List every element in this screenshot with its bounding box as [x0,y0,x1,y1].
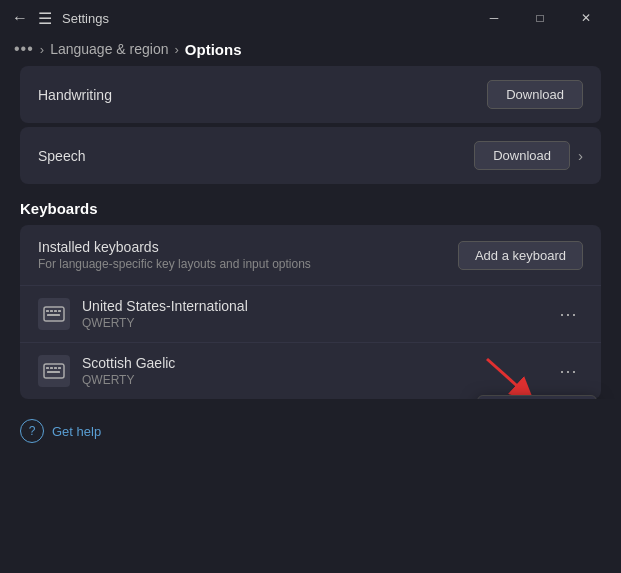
svg-rect-9 [54,367,57,369]
nav-current-options: Options [185,41,242,58]
installed-keyboards-row: Installed keyboards For language-specifi… [20,225,601,286]
svg-rect-10 [58,367,61,369]
svg-rect-1 [46,310,49,312]
keyboard-info-us-intl: United States-International QWERTY [82,298,248,330]
handwriting-download-button[interactable]: Download [487,80,583,109]
keyboard-name-scottish-gaelic: Scottish Gaelic [82,355,175,371]
speech-row: Speech Download › [20,127,601,184]
minimize-button[interactable]: ─ [471,3,517,33]
keyboard-sub-us-intl: QWERTY [82,316,248,330]
handwriting-row: Handwriting Download [20,66,601,123]
keyboard-more-button-us-intl[interactable]: ⋯ [553,301,583,327]
keyboard-sub-scottish-gaelic: QWERTY [82,373,175,387]
help-icon: ? [20,419,44,443]
keyboard-item-us-intl: United States-International QWERTY ⋯ [20,286,601,343]
keyboard-item-scottish-gaelic: Scottish Gaelic QWERTY ⋯ 🗑 Remove [20,343,601,399]
handwriting-label: Handwriting [38,87,112,103]
installed-keyboards-sublabel: For language-specific key layouts and in… [38,257,311,271]
red-arrow-indicator [467,349,547,399]
speech-chevron-icon: › [578,147,583,164]
context-menu: 🗑 Remove [477,395,597,399]
keyboard-info-scottish-gaelic: Scottish Gaelic QWERTY [82,355,175,387]
speech-download-button[interactable]: Download [474,141,570,170]
installed-keyboards-label: Installed keyboards [38,239,311,255]
svg-rect-4 [58,310,61,312]
close-button[interactable]: ✕ [563,3,609,33]
speech-actions: Download › [474,141,583,170]
installed-keyboards-info: Installed keyboards For language-specifi… [38,239,311,271]
keyboard-name-us-intl: United States-International [82,298,248,314]
nav-chevron-2: › [174,42,178,57]
maximize-button[interactable]: □ [517,3,563,33]
svg-rect-7 [46,367,49,369]
svg-rect-11 [47,371,60,373]
keyboard-icon-us-intl [38,298,70,330]
app-title: Settings [62,11,109,26]
svg-rect-2 [50,310,53,312]
nav-dots[interactable]: ••• [14,40,34,58]
hamburger-icon[interactable]: ☰ [38,9,52,28]
title-bar: ← ☰ Settings ─ □ ✕ [0,0,621,36]
keyboards-card: Installed keyboards For language-specifi… [20,225,601,399]
svg-rect-3 [54,310,57,312]
handwriting-actions: Download [487,80,583,109]
main-content: Handwriting Download Speech Download › K… [0,66,621,399]
breadcrumb: ••• › Language & region › Options [0,36,621,66]
keyboard-icon-scottish-gaelic [38,355,70,387]
speech-label: Speech [38,148,85,164]
footer: ? Get help [0,407,621,455]
keyboards-section-header: Keyboards [20,200,601,217]
nav-link-lang-region[interactable]: Language & region [50,41,168,57]
svg-rect-5 [47,314,60,316]
svg-rect-8 [50,367,53,369]
back-icon[interactable]: ← [12,9,28,27]
window-controls: ─ □ ✕ [471,3,609,33]
get-help-link[interactable]: Get help [52,424,101,439]
add-keyboard-button[interactable]: Add a keyboard [458,241,583,270]
svg-line-13 [487,359,525,393]
keyboard-more-button-scottish-gaelic[interactable]: ⋯ [553,358,583,384]
nav-chevron-1: › [40,42,44,57]
